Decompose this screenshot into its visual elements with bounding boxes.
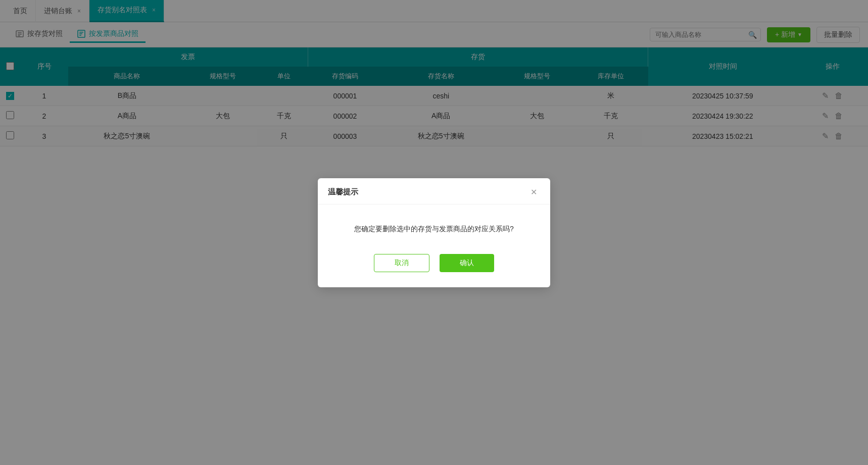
modal-dialog: 温馨提示 ✕ 您确定要删除选中的存货与发票商品的对应关系吗? 取消 确认	[318, 178, 550, 287]
modal-close-button[interactable]: ✕	[527, 186, 540, 198]
modal-footer: 取消 确认	[318, 249, 550, 287]
modal-header: 温馨提示 ✕	[318, 178, 550, 204]
modal-body: 您确定要删除选中的存货与发票商品的对应关系吗?	[318, 204, 550, 249]
modal-title: 温馨提示	[328, 187, 358, 197]
modal-overlay: 温馨提示 ✕ 您确定要删除选中的存货与发票商品的对应关系吗? 取消 确认	[0, 0, 868, 465]
modal-cancel-button[interactable]: 取消	[374, 254, 429, 272]
modal-message: 您确定要删除选中的存货与发票商品的对应关系吗?	[354, 225, 514, 233]
modal-confirm-button[interactable]: 确认	[440, 254, 494, 272]
